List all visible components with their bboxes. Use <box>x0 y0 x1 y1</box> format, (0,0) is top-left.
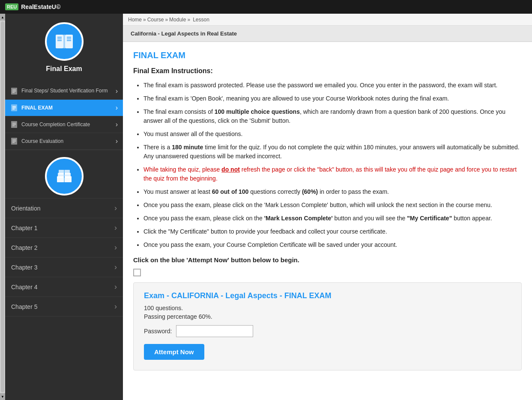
chevron-icon-1: › <box>116 87 118 95</box>
doc-icon-2 <box>10 104 18 112</box>
instruction-11: Once you pass the exam, your Course Comp… <box>143 240 522 249</box>
chapter1-label: Chapter 1 <box>11 225 37 231</box>
sidebar-item-chapter4[interactable]: Chapter 4 › <box>5 277 123 297</box>
breadcrumb-course[interactable]: Course <box>147 17 164 23</box>
instruction-7: You must answer at least 60 out of 100 q… <box>143 187 522 196</box>
sidebar-item-course-evaluation[interactable]: Course Evaluation › <box>5 133 123 150</box>
breadcrumb-home[interactable]: Home <box>128 17 142 23</box>
sidebar-item-final-exam[interactable]: FINAL EXAM › <box>5 100 123 116</box>
instructions-heading: Final Exam Instructions: <box>133 67 522 75</box>
instruction-3: The final exam consists of 100 multiple … <box>143 107 522 125</box>
topbar: REU RealEstateU© <box>0 0 532 14</box>
sidebar: Final Exam Final Steps/ Student Verifica… <box>5 14 123 400</box>
content-header-title: California - Legal Aspects in Real Estat… <box>131 30 237 37</box>
exam-passing-percentage: Passing percentage 60%. <box>144 313 511 320</box>
exam-questions-count: 100 questions. <box>144 305 511 311</box>
chapter2-label: Chapter 2 <box>11 244 37 251</box>
sidebar-item-student-verification[interactable]: Final Steps/ Student Verification Form › <box>5 83 123 100</box>
breadcrumb-lesson: Lesson <box>193 17 209 23</box>
chapter4-label: Chapter 4 <box>11 284 37 290</box>
scroll-down-arrow[interactable]: ▼ <box>0 393 5 400</box>
sidebar-main-title: Final Exam <box>46 65 82 73</box>
svg-rect-2 <box>63 35 65 48</box>
instruction-1: The final exam is password protected. Pl… <box>143 81 522 90</box>
app-title: RealEstateU© <box>21 3 60 10</box>
instruction-9: Once you pass the exam, please click on … <box>143 214 522 223</box>
orientation-chevron: › <box>114 204 117 213</box>
reu-badge: REU <box>5 3 18 10</box>
sidebar-item-chapter5[interactable]: Chapter 5 › <box>5 297 123 317</box>
chevron-icon-3: › <box>116 121 118 128</box>
main-content-area: Home » Course » Module » Lesson Californ… <box>123 14 532 400</box>
exam-card-title: Exam - CALIFORNIA - Legal Aspects - FINA… <box>144 291 511 300</box>
click-prompt: Click on the blue 'Attempt Now' button b… <box>133 256 522 264</box>
breadcrumb-module[interactable]: Module <box>169 17 186 23</box>
attempt-now-button[interactable]: Attempt Now <box>144 344 204 360</box>
chapter3-label: Chapter 3 <box>11 264 37 271</box>
chapter3-chevron: › <box>114 263 117 272</box>
instruction-4: You must answer all of the questions. <box>143 130 522 139</box>
exam-card: Exam - CALIFORNIA - Legal Aspects - FINA… <box>133 282 522 370</box>
sidebar-item-orientation[interactable]: Orientation › <box>5 199 123 218</box>
chevron-icon-4: › <box>116 137 118 145</box>
sidebar-item-completion-cert[interactable]: Course Completion Certificate › <box>5 116 123 133</box>
sidebar-courses-icon-area <box>5 150 123 199</box>
doc-icon-3 <box>10 121 18 128</box>
sidebar-item-chapter3[interactable]: Chapter 3 › <box>5 258 123 277</box>
sidebar-item-completion-cert-label: Course Completion Certificate <box>21 121 90 127</box>
chapter4-chevron: › <box>114 282 117 291</box>
content-header: California - Legal Aspects in Real Estat… <box>123 26 532 42</box>
chapter5-chevron: › <box>114 302 117 311</box>
sidebar-item-chapter1[interactable]: Chapter 1 › <box>5 218 123 238</box>
content-body: FINAL EXAM Final Exam Instructions: The … <box>123 42 532 400</box>
instruction-5: There is a 180 minute time limit for the… <box>143 143 522 161</box>
sidebar-item-final-exam-label: FINAL EXAM <box>21 105 53 111</box>
password-row: Password: <box>144 325 511 337</box>
doc-icon-1 <box>10 87 18 95</box>
courses-icon-circle <box>45 157 84 196</box>
instruction-6: While taking the quiz, please do not ref… <box>143 165 522 183</box>
instruction-10: Click the "My Certificate" button to pro… <box>143 227 522 236</box>
chapter2-chevron: › <box>114 243 117 252</box>
vertical-scrollbar[interactable]: ▲ ▼ <box>0 14 5 400</box>
sidebar-header: Final Exam <box>5 14 123 83</box>
book-icon <box>54 33 75 50</box>
sidebar-item-course-eval-label: Course Evaluation <box>21 138 63 144</box>
final-exam-heading: FINAL EXAM <box>133 50 522 60</box>
chevron-icon-2: › <box>116 104 118 112</box>
breadcrumb: Home » Course » Module » Lesson <box>123 14 532 26</box>
sidebar-item-student-verification-label: Final Steps/ Student Verification Form <box>21 88 108 95</box>
password-input[interactable] <box>176 325 253 337</box>
exam-checkbox[interactable] <box>133 269 141 276</box>
password-label: Password: <box>144 328 172 335</box>
svg-rect-0 <box>56 35 63 48</box>
chapter1-chevron: › <box>114 223 117 232</box>
chapter5-label: Chapter 5 <box>11 303 37 310</box>
orientation-label: Orientation <box>11 205 40 212</box>
courses-icon <box>54 168 75 185</box>
instruction-8: Once you pass the exam, please click on … <box>143 201 522 210</box>
svg-rect-1 <box>65 35 73 48</box>
sidebar-item-chapter2[interactable]: Chapter 2 › <box>5 238 123 258</box>
scroll-thumb[interactable] <box>1 21 4 392</box>
scroll-up-arrow[interactable]: ▲ <box>0 14 5 21</box>
book-icon-circle <box>45 22 84 61</box>
instruction-2: The final exam is 'Open Book', meaning y… <box>143 94 522 103</box>
instructions-list: The final exam is password protected. Pl… <box>133 81 522 249</box>
doc-icon-4 <box>10 137 18 145</box>
